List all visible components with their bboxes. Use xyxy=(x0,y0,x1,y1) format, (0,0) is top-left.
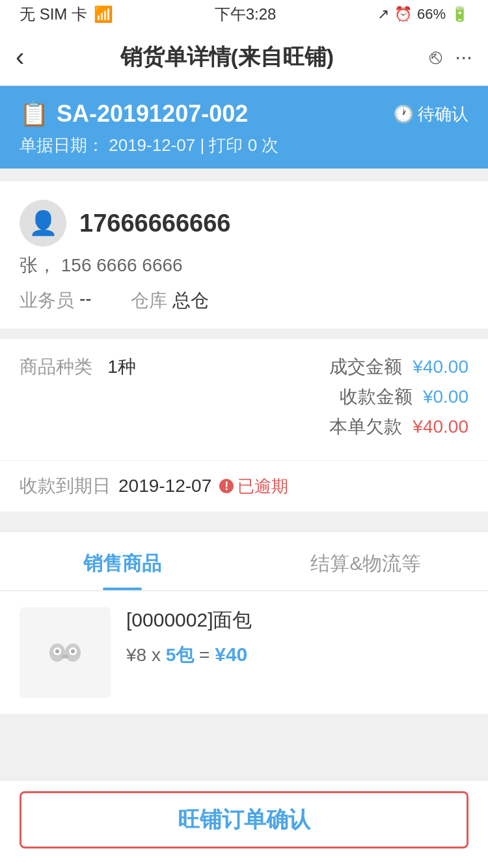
customer-meta: 业务员 -- 仓库 总仓 xyxy=(20,288,468,313)
customer-phone: 17666666666 xyxy=(79,210,230,237)
overdue-icon: ! xyxy=(219,479,234,493)
section-divider-1 xyxy=(0,329,488,339)
warehouse-value: 总仓 xyxy=(172,288,209,313)
amount-label-0: 成交金额 xyxy=(329,355,402,379)
product-thumb-svg xyxy=(39,633,91,672)
order-icon: 📋 xyxy=(20,100,49,128)
svg-point-6 xyxy=(61,655,69,658)
battery-icon: 🔋 xyxy=(451,6,468,23)
avatar-icon: 👤 xyxy=(29,210,58,237)
status-left: 无 SIM 卡 📶 xyxy=(20,4,113,25)
due-date-row: 收款到期日 2019-12-07 ! 已逾期 xyxy=(0,460,488,511)
due-date-label: 收款到期日 xyxy=(20,474,111,498)
goods-type-value: 1种 xyxy=(107,357,136,377)
warehouse-item: 仓库 总仓 xyxy=(131,288,209,313)
due-date-value: 2019-12-07 xyxy=(118,476,211,496)
goods-type-label: 商品种类 xyxy=(20,357,92,377)
tab-products[interactable]: 销售商品 xyxy=(0,532,244,590)
amount-label-2: 本单欠款 xyxy=(329,414,402,439)
alarm-icon: ⏰ xyxy=(394,6,412,23)
amount-row-2: 本单欠款 ¥40.00 xyxy=(329,414,468,439)
warehouse-label: 仓库 xyxy=(131,288,167,313)
salesperson-item: 业务员 -- xyxy=(20,288,92,313)
more-button[interactable]: ··· xyxy=(455,45,472,69)
salesperson-value: -- xyxy=(79,288,92,313)
nav-bar: ‹ 销货单详情(来自旺铺) ⎋ ··· xyxy=(0,29,488,86)
price-text: ¥8 x xyxy=(126,645,161,665)
section-divider-2 xyxy=(0,511,488,522)
battery-label: 66% xyxy=(417,6,446,23)
amount-value-0: ¥40.00 xyxy=(413,357,468,377)
status-clock-icon: 🕐 xyxy=(393,104,414,124)
order-status: 🕐 待确认 xyxy=(393,103,468,126)
tab-products-label: 销售商品 xyxy=(83,552,161,574)
order-header-banner: 📋 SA-20191207-002 🕐 待确认 单据日期： 2019-12-07… xyxy=(0,86,488,169)
summary-section: 商品种类 1种 成交金额 ¥40.00 收款金额 ¥0.00 本单欠款 ¥40.… xyxy=(0,339,488,460)
customer-row: 👤 17666666666 xyxy=(20,200,468,247)
customer-name: 张， 156 6666 6666 xyxy=(20,253,468,278)
confirm-order-button[interactable]: 旺铺订单确认 xyxy=(20,791,468,848)
amount-row-1: 收款金额 ¥0.00 xyxy=(329,385,468,409)
amount-label-1: 收款金额 xyxy=(340,385,413,409)
product-thumbnail xyxy=(20,607,111,698)
carrier-label: 无 SIM 卡 xyxy=(20,4,87,25)
svg-point-5 xyxy=(71,649,75,653)
customer-section: 👤 17666666666 张， 156 6666 6666 业务员 -- 仓库… xyxy=(0,182,488,329)
price-equals: = xyxy=(199,645,210,665)
order-id-text: SA-20191207-002 xyxy=(57,100,248,128)
product-name: [0000002]面包 xyxy=(126,607,468,634)
order-id-row: 📋 SA-20191207-002 🕐 待确认 xyxy=(20,100,468,128)
amount-value-2: ¥40.00 xyxy=(413,416,468,437)
price-quantity: 5包 xyxy=(166,645,195,665)
salesperson-label: 业务员 xyxy=(20,288,74,313)
order-id: 📋 SA-20191207-002 xyxy=(20,100,248,128)
svg-point-4 xyxy=(55,649,59,653)
order-date: 单据日期： 2019-12-07 | 打印 0 次 xyxy=(20,134,468,157)
price-total: ¥40 xyxy=(215,644,247,665)
wifi-icon: 📶 xyxy=(94,5,113,23)
product-price: ¥8 x 5包 = ¥40 xyxy=(126,643,468,668)
product-info: [0000002]面包 ¥8 x 5包 = ¥40 xyxy=(126,607,468,668)
amount-row-0: 成交金额 ¥40.00 xyxy=(329,355,468,379)
status-bar: 无 SIM 卡 📶 下午3:28 ↗ ⏰ 66% 🔋 xyxy=(0,0,488,29)
tabs-section: 销售商品 结算&物流等 xyxy=(0,532,488,591)
amount-value-1: ¥0.00 xyxy=(423,387,468,407)
overdue-text: 已逾期 xyxy=(237,475,288,498)
overdue-badge: ! 已逾期 xyxy=(219,475,288,498)
goods-type: 商品种类 1种 xyxy=(20,355,136,379)
product-section: [0000002]面包 ¥8 x 5包 = ¥40 xyxy=(0,591,488,714)
customer-avatar: 👤 xyxy=(20,200,66,247)
bottom-bar: 旺铺订单确认 xyxy=(0,780,488,868)
location-icon: ↗ xyxy=(377,6,389,23)
tab-settlement-label: 结算&物流等 xyxy=(310,552,421,574)
status-time: 下午3:28 xyxy=(215,4,277,25)
back-button[interactable]: ‹ xyxy=(16,42,24,72)
amounts-section: 成交金额 ¥40.00 收款金额 ¥0.00 本单欠款 ¥40.00 xyxy=(329,355,468,444)
status-label: 待确认 xyxy=(418,103,468,126)
share-button[interactable]: ⎋ xyxy=(429,45,442,69)
product-item: [0000002]面包 ¥8 x 5包 = ¥40 xyxy=(20,607,468,698)
status-right: ↗ ⏰ 66% 🔋 xyxy=(377,6,468,23)
page-title: 销货单详情(来自旺铺) xyxy=(120,42,334,72)
tabs-row: 销售商品 结算&物流等 xyxy=(0,532,488,590)
nav-actions: ⎋ ··· xyxy=(429,45,472,69)
tab-settlement[interactable]: 结算&物流等 xyxy=(244,532,488,590)
